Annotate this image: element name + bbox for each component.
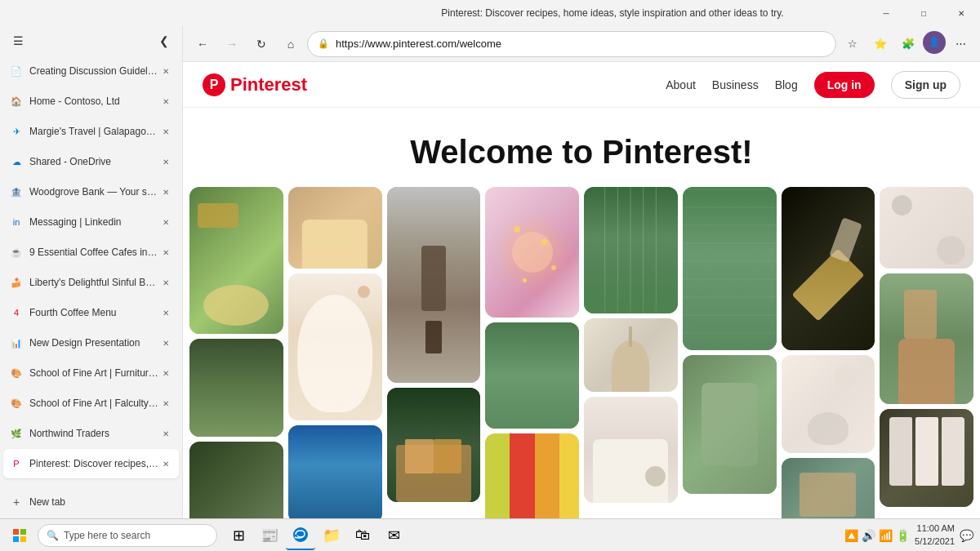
tab-item-t6[interactable]: inMessaging | Linkedin✕ <box>3 207 179 237</box>
refresh-button[interactable]: ↻ <box>248 31 274 57</box>
tab-close-t13[interactable]: ✕ <box>159 427 172 440</box>
pinterest-header: P Pinterest About Business Blog Log in S… <box>183 62 980 108</box>
battery-icon[interactable]: 🔋 <box>896 529 910 542</box>
tab-item-t13[interactable]: 🌿Northwind Traders✕ <box>3 419 179 448</box>
new-tab-button[interactable]: + New tab <box>3 487 179 517</box>
tab-item-t12[interactable]: 🎨School of Fine Art | Falculty Sho✕ <box>3 389 179 418</box>
pin-4b <box>485 322 579 429</box>
collections-button[interactable]: ⭐ <box>867 31 893 57</box>
tab-item-t4[interactable]: ☁Shared - OneDrive✕ <box>3 147 179 176</box>
sidebar-collapse-button[interactable]: ❮ <box>153 29 176 52</box>
pin-2c <box>288 425 382 518</box>
chevron-up-icon[interactable]: 🔼 <box>844 529 858 542</box>
pin-column-5 <box>584 187 678 518</box>
pinterest-logo: P Pinterest <box>203 73 307 96</box>
tab-favicon-t10: 📊 <box>10 336 23 349</box>
tab-item-t1[interactable]: 📄Creating Discussion Guidelines✕ <box>3 56 179 86</box>
forward-button[interactable]: → <box>219 31 245 57</box>
tab-close-t14[interactable]: ✕ <box>159 457 172 470</box>
tab-close-t12[interactable]: ✕ <box>159 397 172 410</box>
tab-sidebar: ☰ ❮ 📄Creating Discussion Guidelines✕🏠Hom… <box>0 26 183 518</box>
login-button[interactable]: Log in <box>814 72 875 98</box>
tab-label-t12: School of Fine Art | Falculty Sho <box>29 398 159 409</box>
tab-item-t14[interactable]: PPinterest: Discover recipes, ho✕ <box>3 449 179 478</box>
taskbar-edge[interactable] <box>286 521 315 550</box>
taskbar-date: 5/12/2021 <box>915 535 955 548</box>
pin-column-1 <box>189 187 283 518</box>
minimize-button[interactable]: ─ <box>867 0 905 26</box>
tab-favicon-t8: 🍰 <box>10 276 23 289</box>
tab-close-t8[interactable]: ✕ <box>159 276 172 289</box>
favorites-button[interactable]: ☆ <box>840 31 866 57</box>
notification-icon[interactable]: 💬 <box>960 529 973 542</box>
svg-rect-0 <box>13 529 19 535</box>
pin-column-4 <box>485 187 579 518</box>
tab-item-t2[interactable]: 🏠Home - Contoso, Ltd✕ <box>3 87 179 116</box>
volume-icon[interactable]: 🔊 <box>862 529 875 542</box>
signup-button[interactable]: Sign up <box>891 71 960 99</box>
tab-item-t5[interactable]: 🏦Woodgrove Bank — Your sessio✕ <box>3 177 179 207</box>
taskbar-task-view[interactable]: ⊞ <box>224 521 253 550</box>
tab-item-t11[interactable]: 🎨School of Fine Art | Furniture D✕ <box>3 358 179 388</box>
maximize-button[interactable]: □ <box>905 0 942 26</box>
taskbar-clock[interactable]: 11:00 AM 5/12/2021 <box>915 522 955 548</box>
pin-8c <box>880 409 973 507</box>
extensions-button[interactable]: 🧩 <box>895 31 921 57</box>
menu-button[interactable]: ⋯ <box>947 31 973 57</box>
tab-list: 📄Creating Discussion Guidelines✕🏠Home - … <box>0 56 182 486</box>
taskbar-store[interactable]: 🛍 <box>348 521 377 550</box>
pin-7a <box>782 187 875 350</box>
tab-favicon-t1: 📄 <box>10 64 23 78</box>
sidebar-toggle-button[interactable]: ☰ <box>7 29 29 52</box>
tab-item-t7[interactable]: ☕9 Essential Coffee Cafes in Dow✕ <box>3 238 179 267</box>
pin-column-7 <box>782 187 875 518</box>
tab-item-t10[interactable]: 📊New Design Presentation✕ <box>3 328 179 358</box>
pinterest-business-link[interactable]: Business <box>712 78 759 91</box>
start-button[interactable] <box>7 522 33 549</box>
tab-close-t6[interactable]: ✕ <box>159 216 172 229</box>
tab-favicon-t9: 4 <box>10 306 23 319</box>
tab-item-t9[interactable]: 4Fourth Coffee Menu✕ <box>3 298 179 327</box>
close-button[interactable]: ✕ <box>942 0 980 26</box>
hero-title: Welcome to Pinterest! <box>183 134 980 171</box>
search-icon: 🔍 <box>47 530 59 541</box>
tab-label-t3: Margie's Travel | Galapagos Isla <box>29 126 159 137</box>
tab-close-t2[interactable]: ✕ <box>159 95 172 108</box>
tab-close-t10[interactable]: ✕ <box>159 336 172 349</box>
pin-column-2 <box>288 187 382 518</box>
tab-close-t1[interactable]: ✕ <box>159 64 172 78</box>
pin-1 <box>189 187 283 334</box>
tab-label-t2: Home - Contoso, Ltd <box>29 96 159 107</box>
taskbar-search[interactable]: 🔍 Type here to search <box>38 524 217 547</box>
pinterest-hero: Welcome to Pinterest! <box>183 108 980 187</box>
pin-7b <box>782 355 875 453</box>
pinterest-logo-text: Pinterest <box>230 74 307 96</box>
tab-close-t7[interactable]: ✕ <box>159 246 172 259</box>
tab-close-t4[interactable]: ✕ <box>159 155 172 168</box>
address-bar[interactable]: 🔒 https://www.pinterest.com/welcome <box>307 31 836 57</box>
main-browser-area: ← → ↻ ⌂ 🔒 https://www.pinterest.com/welc… <box>183 26 980 518</box>
taskbar-file-explorer[interactable]: 📁 <box>317 521 346 550</box>
tab-item-t8[interactable]: 🍰Liberty's Delightful Sinful Bake✕ <box>3 268 179 297</box>
page-content: P Pinterest About Business Blog Log in S… <box>183 62 980 518</box>
window-title: Pinterest: Discover recipes, home ideas,… <box>359 7 866 19</box>
pinterest-blog-link[interactable]: Blog <box>775 78 798 91</box>
pinterest-about-link[interactable]: About <box>666 78 696 91</box>
tab-close-t3[interactable]: ✕ <box>159 125 172 138</box>
tab-close-t5[interactable]: ✕ <box>159 185 172 198</box>
profile-button[interactable]: 👤 <box>923 31 946 54</box>
tab-favicon-t14: P <box>10 457 23 470</box>
search-placeholder: Type here to search <box>64 530 150 541</box>
pinterest-nav: About Business Blog Log in Sign up <box>666 71 960 99</box>
tab-label-t13: Northwind Traders <box>29 428 159 439</box>
taskbar-mail[interactable]: ✉ <box>379 521 408 550</box>
taskbar-widgets[interactable]: 📰 <box>255 521 284 550</box>
home-button[interactable]: ⌂ <box>278 31 304 57</box>
tab-close-t9[interactable]: ✕ <box>159 306 172 319</box>
tab-close-t11[interactable]: ✕ <box>159 367 172 380</box>
back-button[interactable]: ← <box>189 31 216 57</box>
wifi-icon[interactable]: 📶 <box>879 529 893 542</box>
new-tab-label: New tab <box>29 496 65 508</box>
lock-icon: 🔒 <box>318 38 329 49</box>
tab-item-t3[interactable]: ✈Margie's Travel | Galapagos Isla✕ <box>3 117 179 146</box>
